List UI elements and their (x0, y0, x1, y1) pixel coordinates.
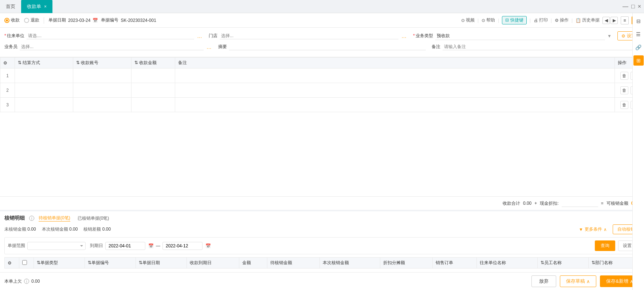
divider-3: | (498, 18, 499, 23)
minimize-icon[interactable]: — (623, 3, 628, 10)
table-row: 3 🗑 ⊞ (0, 98, 644, 112)
row-2-settlement[interactable] (15, 83, 73, 98)
row-3-settlement[interactable] (15, 98, 73, 112)
col-type-header: ⇅单据类型 (34, 258, 85, 269)
shop-input[interactable] (220, 32, 398, 39)
help-link[interactable]: ⊙ 帮助 (482, 17, 495, 23)
counterpart-more-btn[interactable]: … (196, 33, 203, 39)
query-button[interactable]: 查询 (595, 240, 615, 251)
remark-input[interactable] (443, 43, 640, 50)
row-3-delete-btn[interactable]: 🗑 (620, 101, 628, 109)
hexiao-info-icon[interactable]: i (29, 216, 34, 221)
row-2-remark[interactable] (175, 83, 615, 98)
tab-receipt[interactable]: 收款单 × (21, 0, 52, 13)
row-3-amount[interactable] (131, 98, 175, 112)
radio-receipt[interactable]: 收款 (4, 17, 20, 23)
hexiao-title: 核销明细 (4, 215, 25, 222)
bottom-table: ⚙ ⇅单据类型 ⇅单据编号 ⇅单据日期 收款到期日 金额 待核销金额 本次核销金… (4, 257, 640, 269)
row-2-delete-btn[interactable]: 🗑 (620, 86, 628, 94)
shop-more-btn[interactable]: … (401, 33, 407, 39)
col-checkbox-header[interactable] (19, 258, 34, 269)
discount-input[interactable] (562, 200, 598, 207)
row-1-delete-btn[interactable]: 🗑 (620, 72, 628, 80)
sort-icon-shop[interactable]: ⇅ (592, 260, 595, 265)
business-type-chevron[interactable]: ▼ (607, 34, 612, 39)
print-link[interactable]: 🖨 打印 (534, 17, 548, 23)
col-settings-header[interactable]: ⚙ (0, 58, 15, 68)
col-settings-bottom[interactable]: ⚙ (5, 258, 19, 269)
row-1-amount[interactable] (131, 68, 175, 83)
history-link[interactable]: 📋 历史单据 (576, 17, 600, 23)
col-staff-header: ⇅员工名称 (537, 258, 588, 269)
row-3-num: 3 (0, 98, 15, 112)
done-tab[interactable]: 已核销单据(0笔) (78, 215, 109, 222)
col-sales-order-header: 销售订单 (432, 258, 476, 269)
sidebar-icon-4[interactable]: ⊞ (633, 55, 644, 66)
sidebar-icon-3[interactable]: 🔗 (633, 42, 644, 52)
sort-icon-type[interactable]: ⇅ (37, 260, 40, 265)
more-conditions-btn[interactable]: ▼ 更多条件 ∧ (579, 226, 607, 232)
radio-refund[interactable]: 退款 (24, 17, 39, 23)
summary-label: 摘要 (218, 44, 227, 50)
prev-arrow[interactable]: ◀ (602, 17, 610, 24)
tab-bar: 首页 收款单 × — □ × (0, 0, 644, 13)
diff-stat: 核销差额 0.00 (83, 226, 111, 232)
sort-icon-staff[interactable]: ⇅ (541, 260, 544, 265)
save-draft-button[interactable]: 保存草稿 ∧ (560, 275, 596, 287)
remark-field: 备注 (432, 43, 640, 50)
sidebar-icon-2[interactable]: ☰ (633, 29, 644, 39)
close-icon[interactable]: × (638, 3, 641, 10)
sort-icon-amount[interactable]: ⇅ (134, 60, 138, 65)
select-all-checkbox[interactable] (22, 260, 27, 265)
staff-more-btn[interactable]: … (206, 44, 212, 50)
video-link[interactable]: ⊙ 视频 (461, 17, 475, 23)
range-select[interactable] (27, 242, 86, 250)
sort-icon-settlement[interactable]: ⇅ (18, 60, 21, 65)
summary-input[interactable] (229, 43, 426, 50)
main-content: 收款 退款 单据日期 2023-03-24 📅 单据编号 SK-20230324… (0, 13, 644, 290)
maximize-icon[interactable]: □ (631, 3, 635, 10)
table-row: 2 🗑 ⊞ (0, 83, 644, 98)
business-type-value: 预收款 (435, 32, 605, 40)
next-arrow[interactable]: ▶ (610, 17, 618, 24)
sort-icon-date[interactable]: ⇅ (139, 260, 142, 265)
row-2-account[interactable] (73, 83, 131, 98)
row-3-remark[interactable] (175, 98, 615, 112)
calendar-icon[interactable]: 📅 (93, 18, 98, 23)
form-row-1: *往来单位 … 门店 … *业务类型 预收款 ▼ ⚙ (4, 31, 640, 40)
radio-receipt-dot (4, 18, 9, 23)
row-1-remark[interactable] (175, 68, 615, 83)
history-icon: 📋 (576, 18, 581, 23)
sort-icon-number[interactable]: ⇅ (88, 260, 91, 265)
date-filter: 到期日 📅 — 📅 (90, 242, 211, 250)
tab-close-icon[interactable]: × (44, 4, 47, 9)
staff-input[interactable] (20, 43, 204, 50)
footer-info-icon[interactable]: i (24, 279, 29, 284)
row-3-account[interactable] (73, 98, 131, 112)
row-1-account[interactable] (73, 68, 131, 83)
date-to-input[interactable] (162, 242, 203, 250)
shortcut-btn[interactable]: ⊟ 快捷键 (502, 16, 526, 24)
date-to-calendar-icon[interactable]: 📅 (205, 243, 211, 248)
hexiao-stats: 未核销金额 0.00 本次核销金额 0.00 核销差额 0.00 ▼ 更多条件 … (4, 224, 640, 234)
abandon-button[interactable]: 放弃 (531, 275, 556, 287)
gear-icon-bottom: ⚙ (8, 260, 12, 266)
row-1-settlement[interactable] (15, 68, 73, 83)
date-from-calendar-icon[interactable]: 📅 (148, 243, 154, 248)
tab-home[interactable]: 首页 (0, 0, 21, 13)
sidebar-icon-1[interactable]: ⊟ (633, 16, 644, 26)
shortcut-icon: ⊟ (505, 17, 509, 23)
list-view-icon[interactable]: ≡ (621, 16, 629, 24)
print-icon: 🖨 (534, 18, 538, 23)
business-type-field: *业务类型 预收款 ▼ (413, 32, 612, 40)
range-label: 单据范围 (8, 243, 25, 249)
footer-actions: 放弃 保存草稿 ∧ 保存&新增 ∧ (531, 275, 640, 287)
counterpart-input[interactable] (27, 32, 194, 39)
date-from-input[interactable] (105, 242, 145, 250)
operation-link[interactable]: ⚙ 操作 (555, 17, 569, 23)
toolbar: 收款 退款 单据日期 2023-03-24 📅 单据编号 SK-20230324… (0, 13, 644, 28)
row-2-amount[interactable] (131, 83, 175, 98)
col-remark-header: 备注 (175, 58, 615, 68)
sort-icon-account[interactable]: ⇅ (76, 60, 80, 65)
pending-tab[interactable]: 待核销单据(0笔) (39, 215, 70, 222)
